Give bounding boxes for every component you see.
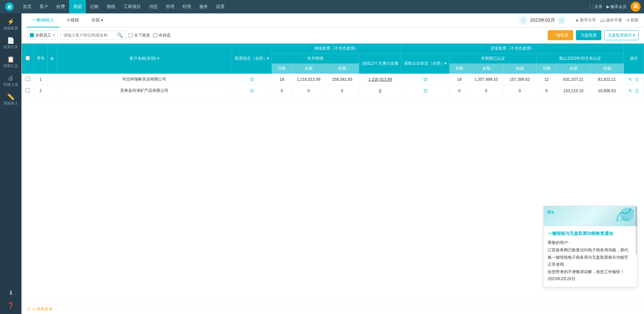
row-edit-button-1[interactable]: ✎ bbox=[628, 88, 632, 93]
nav-item-business[interactable]: 工商项目 bbox=[119, 0, 145, 13]
no-disk-ops-button[interactable]: 无盘取票操作 ▾ bbox=[604, 30, 639, 40]
refresh-button[interactable]: ↺ 刷新 bbox=[626, 17, 639, 23]
row-ops-1: ✎ 🗋 bbox=[624, 85, 644, 97]
refresh-icon: ↺ bbox=[626, 18, 630, 23]
nav-item-invoice[interactable]: 票据 bbox=[69, 0, 86, 13]
row-checkbox-0[interactable] bbox=[22, 74, 34, 85]
th-name[interactable]: 客户名称(全部) ▾ bbox=[57, 44, 232, 74]
popup-scrollbar[interactable] bbox=[636, 206, 637, 255]
row-settings-1 bbox=[48, 85, 57, 97]
row-cum-amount-0[interactable]: 1,216,013.99 bbox=[359, 74, 401, 85]
notification-popup: tEa × 一键报税与无盘取票功能恢复通知 尊敬的用户： 江苏政务网已恢复访问电… bbox=[543, 206, 637, 287]
row-rec-amount-1: 0 bbox=[470, 85, 503, 97]
nav-item-fee[interactable]: 收费 bbox=[52, 0, 69, 13]
th-no: 序号 bbox=[34, 44, 48, 74]
th-monthly-tax: 税额 bbox=[325, 64, 359, 74]
row-view-button-1[interactable]: 🗋 bbox=[635, 88, 639, 93]
manual-button[interactable]: 📖 操作手册 bbox=[600, 17, 622, 23]
row-status-1: ⊙ bbox=[232, 85, 272, 97]
date-display: 2023年02月 bbox=[530, 17, 555, 23]
select-all-checkbox[interactable] bbox=[25, 56, 30, 60]
manual-icon: 📖 bbox=[600, 18, 605, 23]
popup-title: 一键报税与无盘取票功能恢复通知 bbox=[548, 230, 632, 237]
row-rec-tax-1: 0 bbox=[503, 85, 537, 97]
row-rec-count-0: 19 bbox=[449, 74, 470, 85]
tab-all-capable[interactable]: 全能 ▾ bbox=[86, 13, 109, 27]
nav-item-settings[interactable]: 设置 bbox=[212, 0, 229, 13]
th-sub-recognized: 本期期已认证 bbox=[449, 54, 537, 64]
th-ops: 操作 bbox=[624, 44, 644, 74]
nav-item-tax[interactable]: 报税 bbox=[103, 0, 119, 13]
no-disk-fetch-button[interactable]: 无盘取票 bbox=[576, 30, 601, 40]
search-input[interactable] bbox=[63, 33, 117, 38]
nav-item-service[interactable]: 服务 bbox=[195, 0, 212, 13]
row-edit-button-0[interactable]: ✎ bbox=[628, 77, 632, 82]
sidebar-item-smart-fetch[interactable]: ⚡ 智能取票 bbox=[0, 16, 21, 34]
filter-own-accounts[interactable]: 名下账套 bbox=[128, 33, 150, 38]
row-view-button-0[interactable]: 🗋 bbox=[635, 77, 639, 82]
tab-small-scale[interactable]: 小规模 bbox=[61, 13, 85, 27]
sidebar-item-scan-upload[interactable]: 🖨 扫描上传 bbox=[0, 72, 21, 90]
nav-item-manage[interactable]: 管理 bbox=[162, 0, 178, 13]
popup-close-button[interactable]: × bbox=[632, 208, 634, 213]
tab-bar: 一般纳税人 小规模 全能 ▾ ‹ 2023年02月 › ★ 新手引导 📖 操作手… bbox=[21, 13, 644, 27]
tab-all-chevron-icon: ▾ bbox=[101, 18, 103, 23]
filter-has-disk[interactable]: 有税盘 bbox=[153, 33, 171, 38]
member-button[interactable]: ▶ 畅享会员 bbox=[606, 4, 627, 10]
one-click-fetch-button[interactable]: 一键取票 bbox=[548, 30, 573, 40]
row-unrec-tax-1: 19,808.63 bbox=[590, 85, 624, 97]
nav-right-actions: ⛶ 全屏 ▶ 畅享会员 易 bbox=[589, 2, 641, 12]
tax-policy-link[interactable]: ⊙ 税务政策 bbox=[32, 306, 53, 312]
svg-text:易: 易 bbox=[7, 5, 11, 9]
filter-disk-checkbox[interactable] bbox=[153, 33, 157, 38]
tab-general-taxpayer[interactable]: 一般纳税人 bbox=[27, 13, 59, 27]
date-next-button[interactable]: › bbox=[558, 16, 566, 24]
scan-upload-icon: 🖨 bbox=[8, 75, 14, 81]
new-guide-button[interactable]: ★ 新手引导 bbox=[575, 17, 596, 23]
employee-select[interactable]: 全部员工 ▾ bbox=[27, 30, 58, 40]
fullscreen-button[interactable]: ⛶ 全屏 bbox=[589, 4, 602, 10]
nav-menu: 首页 客户 收费 票据 记账 报税 工商项目 消息 管理 经营 服务 设置 bbox=[19, 0, 589, 13]
help-icon: ❓ bbox=[7, 303, 14, 309]
sidebar-item-download[interactable]: ⬇ bbox=[0, 287, 21, 299]
nav-item-accounting[interactable]: 记账 bbox=[86, 0, 103, 13]
toolbar: 全部员工 ▾ 🔍 名下账套 有税盘 一键取票 无盘取票 无盘取票操作 ▾ bbox=[21, 27, 644, 43]
th-status[interactable]: 取票状态（全部）▾ bbox=[232, 44, 272, 74]
th-group-sales: 销项发票（不含作废票） bbox=[272, 44, 401, 54]
user-avatar[interactable]: 易 bbox=[631, 2, 641, 12]
search-button[interactable]: 🔍 bbox=[117, 33, 123, 38]
app-logo: 易 bbox=[3, 1, 15, 13]
filter-own-checkbox[interactable] bbox=[128, 33, 133, 38]
th-cert-status[interactable]: 获取认证状态（全部）▾ bbox=[401, 54, 449, 74]
row-cum-amount-1[interactable]: 0 bbox=[359, 85, 401, 97]
tab-bar-right-actions: ★ 新手引导 📖 操作手册 ↺ 刷新 bbox=[575, 17, 639, 23]
sidebar-item-invoice-entry[interactable]: ✏️ 票据录入 bbox=[0, 91, 21, 109]
invoice-summary-icon: 📋 bbox=[7, 56, 14, 62]
row-no-1: 2 bbox=[34, 85, 48, 97]
invoice-entry-icon: ✏️ bbox=[7, 94, 14, 100]
nav-item-home[interactable]: 首页 bbox=[19, 0, 36, 13]
th-rec-tax: 税额 bbox=[503, 64, 537, 74]
date-prev-button[interactable]: ‹ bbox=[519, 16, 527, 24]
popup-content: 一键报税与无盘取票功能恢复通知 尊敬的用户： 江苏政务网已恢复访问电子税务局功能… bbox=[544, 226, 637, 287]
sidebar-item-invoice-summary[interactable]: 📋 票据汇总 bbox=[0, 54, 21, 71]
row-monthly-amount-1: 0 bbox=[292, 85, 325, 97]
info-icon: ⓘ bbox=[27, 306, 31, 312]
row-rec-count-1: 0 bbox=[449, 85, 470, 97]
nav-item-message[interactable]: 消息 bbox=[145, 0, 162, 13]
row-monthly-count-0: 18 bbox=[272, 74, 292, 85]
nav-item-customer[interactable]: 客户 bbox=[36, 0, 52, 13]
th-rec-count: 份数 bbox=[449, 64, 470, 74]
sidebar-item-invoice-issue[interactable]: 📄 发票开具 bbox=[0, 35, 21, 52]
nav-item-operation[interactable]: 经营 bbox=[178, 0, 195, 13]
row-cert-status-0: ⊙ bbox=[401, 74, 449, 85]
th-12month: 连续12个月累计金额 bbox=[359, 54, 401, 74]
th-checkbox bbox=[22, 44, 34, 74]
row-checkbox-1[interactable] bbox=[22, 85, 34, 97]
popup-body: 尊敬的用户： 江苏政务网已恢复访问电子税务局功能，易代账一键登陆电子税务局与无盘… bbox=[548, 239, 632, 283]
sidebar-item-help[interactable]: ❓ bbox=[0, 300, 21, 311]
row-unrec-amount-1: 153,215.10 bbox=[557, 85, 590, 97]
svg-point-2 bbox=[629, 208, 632, 211]
th-sub-monthly: 本月销项 bbox=[272, 54, 359, 64]
sidebar-bottom: ⬇ ❓ bbox=[0, 287, 21, 311]
